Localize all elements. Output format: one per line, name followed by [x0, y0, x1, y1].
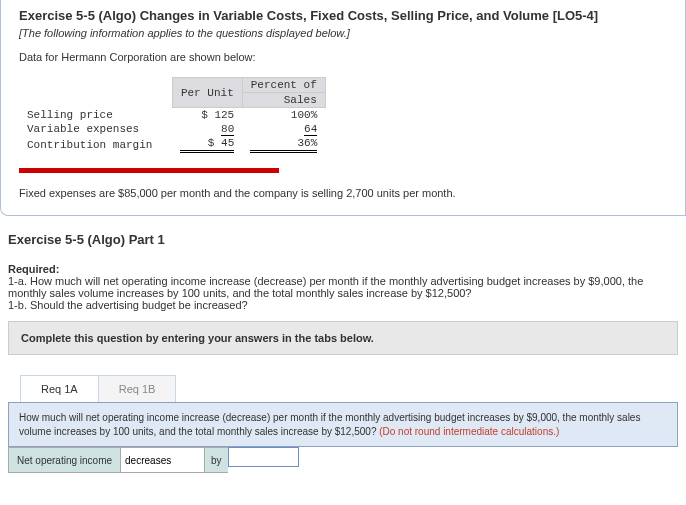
req-1a-text: 1-a. How much will net operating income … — [8, 275, 678, 299]
required-block: Required: 1-a. How much will net operati… — [8, 263, 678, 311]
exercise-info-panel: Exercise 5-5 (Algo) Changes in Variable … — [0, 0, 686, 216]
tab-req-1a[interactable]: Req 1A — [20, 375, 99, 402]
tab-req-1b[interactable]: Req 1B — [98, 375, 177, 402]
info-applies-note: [The following information applies to th… — [19, 27, 667, 39]
by-label: by — [205, 447, 228, 473]
fixed-expenses-text: Fixed expenses are $85,000 per month and… — [19, 187, 667, 199]
direction-select[interactable] — [120, 447, 205, 473]
amount-input[interactable] — [228, 447, 299, 467]
row-selling-price: Selling price $ 125 100% — [19, 108, 325, 123]
row-contribution-margin: Contribution margin $ 45 36% — [19, 136, 325, 154]
do-not-round-warning: (Do not round intermediate calculations.… — [379, 426, 559, 437]
col-percent-of: Percent of — [242, 78, 325, 93]
row-variable-expenses: Variable expenses 80 64 — [19, 122, 325, 136]
data-table: Per Unit Percent of Sales Selling price … — [19, 77, 326, 154]
required-heading: Required: — [8, 263, 678, 275]
question-box: How much will net operating income incre… — [8, 402, 678, 447]
noi-label: Net operating income — [8, 447, 120, 473]
col-per-unit: Per Unit — [172, 78, 242, 108]
part-title: Exercise 5-5 (Algo) Part 1 — [8, 232, 686, 247]
instruction-bar: Complete this question by entering your … — [8, 321, 678, 355]
tabs-row: Req 1A Req 1B — [20, 375, 686, 402]
exercise-title: Exercise 5-5 (Algo) Changes in Variable … — [19, 8, 667, 23]
req-1b-text: 1-b. Should the advertising budget be in… — [8, 299, 678, 311]
col-sales: Sales — [242, 93, 325, 108]
data-intro: Data for Hermann Corporation are shown b… — [19, 51, 667, 63]
red-divider — [19, 168, 279, 173]
answer-row: Net operating income by — [8, 447, 678, 473]
